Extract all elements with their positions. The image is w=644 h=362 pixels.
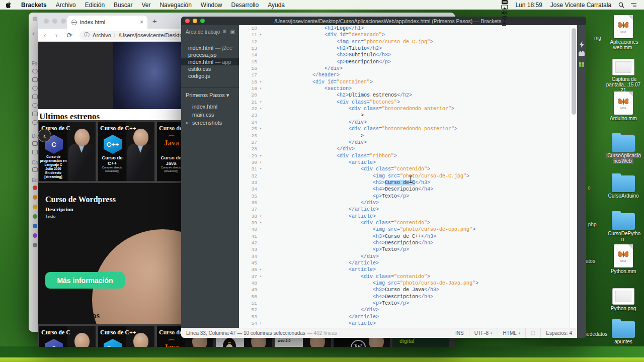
menu-item-ver[interactable]: Ver [137, 2, 155, 9]
course-card[interactable]: Curso de CCCurso deprogramación enLengua… [39, 326, 96, 347]
code-line-43[interactable]: 43 <p>Texto</p> [239, 246, 570, 253]
code-line-41[interactable]: 41 <h3>Curso de C++</h3> [239, 233, 570, 240]
code-line-40[interactable]: 40 <img src="photo/curso-de-cpp.png"> [239, 226, 570, 233]
desktop-icon-captura-de-pantalla-15-07-21[interactable]: Captura de pantalla...15.07.21 [606, 52, 641, 93]
notification-center-icon[interactable] [627, 3, 640, 8]
code-line-50[interactable]: 50 <h4>Descripcion</h4> [239, 294, 570, 300]
project-dropdown[interactable]: Primeros Pasos ▾ [186, 92, 229, 99]
menu-item-buscar[interactable]: Buscar [109, 2, 137, 9]
tag-dot[interactable] [33, 205, 37, 209]
code-line-39[interactable]: 39▾ <div class="contenido"> [239, 220, 570, 226]
project-file-main.css[interactable]: main.css [181, 111, 239, 119]
menu-item-archivo[interactable]: Archivo [51, 2, 80, 9]
code-line-48[interactable]: 48 <img src="photo/curso-de-Java.png"> [239, 280, 570, 287]
code-line-35[interactable]: 35 <p>Texto</p> [239, 193, 570, 200]
code-line-16[interactable]: 16 </div> [239, 65, 570, 72]
display-icon[interactable] [32, 167, 38, 173]
desktop-icon-python-mm[interactable]: MMPython.mm [606, 244, 641, 274]
code-line-11[interactable]: 11▾ <div id="destacado"> [239, 32, 570, 38]
brackets-window[interactable]: /Users/josevicente/Desktop/CursoAplicaci… [181, 17, 586, 338]
code-line-49[interactable]: 49 <h3>Curso de Java</h3> [239, 287, 570, 293]
tag-dot[interactable] [33, 243, 37, 247]
extension-manager-icon[interactable] [577, 51, 586, 57]
project-file-index.html[interactable]: index.html [181, 103, 239, 111]
info-icon[interactable]: ⓘ [84, 31, 90, 39]
editor-scrollbar[interactable] [570, 25, 577, 328]
working-file-index.html[interactable]: index.html — j2ee [181, 44, 239, 51]
code-line-53[interactable]: 53 </article> [239, 314, 570, 320]
fonts-icon[interactable] [32, 95, 38, 100]
tag-dot[interactable] [33, 233, 37, 238]
brackets-traffic-lights[interactable] [185, 19, 205, 23]
code-line-54[interactable]: 54▾ <article> [239, 320, 570, 327]
code-line-32[interactable]: 32 <img src="photo/curso-de-C.jpg"> [239, 173, 570, 179]
desktop-icon-python-png[interactable]: Python.png [606, 282, 641, 311]
code-line-13[interactable]: 13 <h2>Titulo</h2> [239, 45, 570, 52]
tag-dot[interactable] [33, 186, 37, 190]
clipboard-icon[interactable] [32, 112, 38, 117]
more-info-button[interactable]: Más información [45, 272, 125, 289]
eject-icon[interactable] [498, 21, 511, 27]
airdrop-icon[interactable] [32, 69, 38, 74]
code-line-27[interactable]: 27 </div> [239, 139, 570, 146]
code-line-29[interactable]: 29▾ <div class="ribbon"> [239, 153, 570, 159]
menu-item-ayuda[interactable]: Ayuda [263, 2, 289, 9]
disk-icon[interactable] [32, 150, 38, 155]
keyboard-icon[interactable] [498, 0, 511, 5]
wifi-icon[interactable] [498, 16, 511, 21]
code-line-23[interactable]: 23 > [239, 112, 570, 119]
insert-mode-indicator[interactable]: INS [450, 328, 469, 338]
code-line-52[interactable]: 52 </div> [239, 307, 570, 313]
gear-icon[interactable]: ⚙ [222, 29, 227, 34]
carousel-prev-button[interactable]: ‹ [38, 129, 51, 142]
code-line-44[interactable]: 44 </div> [239, 253, 570, 260]
volume-icon[interactable] [498, 10, 511, 16]
code-line-10[interactable]: 10 <h1>Logo</h1> [239, 25, 570, 32]
tag-dot[interactable] [33, 214, 37, 219]
code-line-19[interactable]: 19▾ <section> [239, 85, 570, 92]
code-line-36[interactable]: 36 </div> [239, 200, 570, 206]
scrollbar-thumb[interactable] [572, 28, 576, 115]
code-line-14[interactable]: 14 <h3>Subtitulo</h3> [239, 52, 570, 58]
extension-update-icon[interactable] [577, 61, 586, 68]
desktop-icon-cursodepython[interactable]: CursoDePython [606, 207, 641, 242]
browser-traffic-lights[interactable] [44, 19, 66, 24]
code-line-30[interactable]: 30▾ <article> [239, 159, 570, 166]
tag-dot[interactable] [33, 224, 37, 228]
code-line-28[interactable]: 28 </div> [239, 146, 570, 152]
working-file-estilo.css[interactable]: estilo.css [181, 65, 239, 72]
code-line-46[interactable]: 46▾ <article> [239, 266, 570, 273]
lint-status-icon[interactable] [525, 328, 540, 338]
code-line-25[interactable]: 25▾ <div class="botonredondo posterior"> [239, 126, 570, 132]
icloud-icon[interactable] [32, 86, 38, 92]
desktop-icon-apuntes[interactable]: apuntes [606, 315, 641, 344]
code-line-38[interactable]: 38▾ <article> [239, 213, 570, 220]
desktop-icon-arduino-mm[interactable]: MMArduino.mm [606, 92, 641, 121]
code-line-22[interactable]: 22▾ <div class="botonredondo anterior"> [239, 106, 570, 112]
course-card[interactable]: Curso de C++C++Curso deC++Curso en direc… [98, 326, 154, 347]
code-line-17[interactable]: 17 </header> [239, 72, 570, 78]
code-line-15[interactable]: 15 <p>Descripcion</p> [239, 59, 570, 65]
mirroring-icon[interactable] [498, 5, 511, 10]
course-card[interactable]: Curso de C++C++Curso deC++Curso en direc… [98, 122, 154, 181]
project-file-screenshots[interactable]: ▸screenshots [181, 119, 239, 127]
code-line-12[interactable]: 12 <img src="photo/curso-de-C.jpg"> [239, 39, 570, 45]
disk-icon[interactable] [32, 141, 38, 147]
tag-dot[interactable] [33, 195, 37, 200]
code-line-51[interactable]: 51 <p>Texto</p> [239, 300, 570, 307]
downloads-icon[interactable] [32, 120, 38, 126]
split-view-icon[interactable]: ▣ [230, 29, 235, 34]
working-file-index.html[interactable]: index.html — app [181, 58, 239, 65]
menu-item-edición[interactable]: Edición [80, 2, 109, 9]
forward-icon[interactable]: › [55, 31, 58, 39]
menu-item-desarrollo[interactable]: Desarrollo [227, 2, 264, 9]
language-mode-selector[interactable]: HTML▾ [498, 328, 526, 338]
spotlight-icon[interactable] [615, 2, 627, 8]
encoding-selector[interactable]: UTF-8▾ [469, 328, 498, 338]
code-line-34[interactable]: 34 <h4>Descripcion</h4> [239, 186, 570, 193]
back-icon[interactable]: ‹ [44, 31, 46, 39]
indent-setting[interactable]: Espacios: 4 [540, 328, 577, 338]
new-tab-button[interactable]: + [152, 17, 157, 25]
live-preview-icon[interactable] [577, 41, 586, 49]
code-line-45[interactable]: 45 </article> [239, 260, 570, 266]
